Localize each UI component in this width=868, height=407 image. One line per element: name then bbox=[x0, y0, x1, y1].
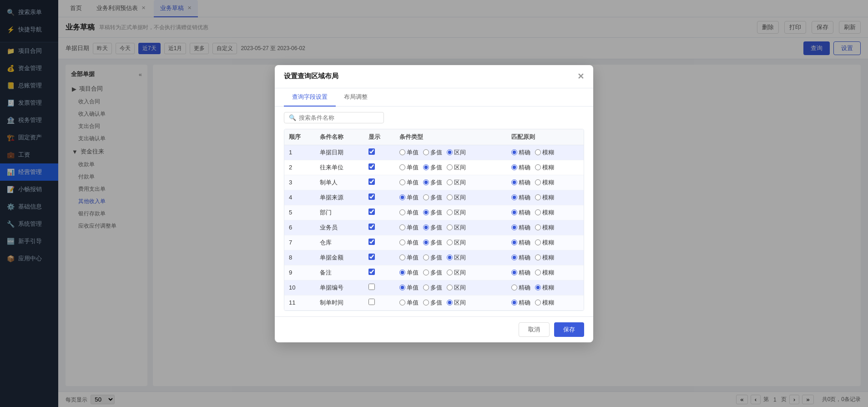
match-option-模糊[interactable]: 模糊 bbox=[535, 193, 554, 202]
radio-option-单值[interactable]: 单值 bbox=[399, 148, 419, 157]
cell-order: 10 bbox=[284, 280, 315, 295]
cell-name: 部门 bbox=[315, 205, 364, 220]
match-option-模糊[interactable]: 模糊 bbox=[535, 178, 554, 187]
modal-dialog: 设置查询区域布局 ✕ 查询字段设置 布局调整 🔍 bbox=[275, 65, 593, 342]
cell-show bbox=[364, 280, 395, 295]
radio-option-多值[interactable]: 多值 bbox=[423, 178, 442, 187]
match-option-模糊[interactable]: 模糊 bbox=[535, 209, 554, 217]
radio-option-单值[interactable]: 单值 bbox=[399, 254, 419, 262]
match-option-精确[interactable]: 精确 bbox=[511, 178, 530, 187]
radio-option-区间[interactable]: 区间 bbox=[447, 163, 466, 172]
match-option-模糊[interactable]: 模糊 bbox=[535, 284, 554, 292]
show-checkbox[interactable] bbox=[368, 284, 375, 290]
radio-option-多值[interactable]: 多值 bbox=[423, 269, 442, 277]
cell-condition-type: 单值多值区间 bbox=[395, 160, 507, 175]
show-checkbox[interactable] bbox=[368, 178, 375, 185]
cell-match-rule: 精确模糊 bbox=[507, 175, 584, 190]
cell-name: 仓库 bbox=[315, 235, 364, 250]
cell-match-rule: 精确模糊 bbox=[507, 250, 584, 265]
cell-show bbox=[364, 160, 395, 175]
radio-option-单值[interactable]: 单值 bbox=[399, 239, 419, 247]
table-row: 5部门单值多值区间精确模糊 bbox=[284, 205, 584, 220]
match-option-精确[interactable]: 精确 bbox=[511, 299, 530, 307]
cell-show bbox=[364, 175, 395, 190]
radio-option-单值[interactable]: 单值 bbox=[399, 209, 419, 217]
match-option-模糊[interactable]: 模糊 bbox=[535, 239, 554, 247]
match-option-模糊[interactable]: 模糊 bbox=[535, 269, 554, 277]
cell-condition-type: 单值多值区间 bbox=[395, 295, 507, 310]
radio-option-多值[interactable]: 多值 bbox=[423, 209, 442, 217]
match-option-精确[interactable]: 精确 bbox=[511, 224, 530, 232]
radio-option-多值[interactable]: 多值 bbox=[423, 284, 442, 292]
show-checkbox[interactable] bbox=[368, 148, 375, 155]
match-option-精确[interactable]: 精确 bbox=[511, 254, 530, 262]
show-checkbox[interactable] bbox=[368, 163, 375, 170]
show-checkbox[interactable] bbox=[368, 254, 375, 260]
radio-option-单值[interactable]: 单值 bbox=[399, 299, 419, 307]
modal-search-box: 🔍 bbox=[284, 112, 384, 123]
radio-option-单值[interactable]: 单值 bbox=[399, 193, 419, 202]
show-checkbox[interactable] bbox=[368, 209, 375, 215]
cell-condition-type: 单值多值区间 bbox=[395, 145, 507, 160]
show-checkbox[interactable] bbox=[368, 224, 375, 230]
cell-condition-type: 单值多值区间 bbox=[395, 265, 507, 280]
match-option-模糊[interactable]: 模糊 bbox=[535, 163, 554, 172]
modal-close-button[interactable]: ✕ bbox=[577, 71, 584, 81]
radio-option-单值[interactable]: 单值 bbox=[399, 163, 419, 172]
table-row: 4单据来源单值多值区间精确模糊 bbox=[284, 190, 584, 205]
radio-option-多值[interactable]: 多值 bbox=[423, 254, 442, 262]
cell-show bbox=[364, 145, 395, 160]
show-checkbox[interactable] bbox=[368, 269, 375, 275]
radio-option-单值[interactable]: 单值 bbox=[399, 178, 419, 187]
modal-tab-layout[interactable]: 布局调整 bbox=[336, 88, 376, 107]
cancel-button[interactable]: 取消 bbox=[519, 322, 550, 337]
cell-order: 5 bbox=[284, 205, 315, 220]
radio-option-区间[interactable]: 区间 bbox=[447, 209, 466, 217]
radio-option-区间[interactable]: 区间 bbox=[447, 193, 466, 202]
radio-option-多值[interactable]: 多值 bbox=[423, 299, 442, 307]
radio-option-多值[interactable]: 多值 bbox=[423, 224, 442, 232]
match-option-模糊[interactable]: 模糊 bbox=[535, 148, 554, 157]
modal-header: 设置查询区域布局 ✕ bbox=[275, 65, 593, 88]
radio-option-多值[interactable]: 多值 bbox=[423, 239, 442, 247]
radio-option-单值[interactable]: 单值 bbox=[399, 224, 419, 232]
show-checkbox[interactable] bbox=[368, 193, 375, 200]
match-option-模糊[interactable]: 模糊 bbox=[535, 299, 554, 307]
modal-tab-field-settings[interactable]: 查询字段设置 bbox=[284, 88, 336, 107]
match-option-精确[interactable]: 精确 bbox=[511, 269, 530, 277]
radio-option-区间[interactable]: 区间 bbox=[447, 239, 466, 247]
match-option-精确[interactable]: 精确 bbox=[511, 193, 530, 202]
match-option-精确[interactable]: 精确 bbox=[511, 148, 530, 157]
radio-option-多值[interactable]: 多值 bbox=[423, 163, 442, 172]
radio-option-区间[interactable]: 区间 bbox=[447, 299, 466, 307]
show-checkbox[interactable] bbox=[368, 239, 375, 245]
match-option-模糊[interactable]: 模糊 bbox=[535, 254, 554, 262]
cell-show bbox=[364, 190, 395, 205]
cell-order: 1 bbox=[284, 145, 315, 160]
table-row: 6业务员单值多值区间精确模糊 bbox=[284, 220, 584, 235]
radio-option-区间[interactable]: 区间 bbox=[447, 269, 466, 277]
radio-option-区间[interactable]: 区间 bbox=[447, 254, 466, 262]
radio-option-区间[interactable]: 区间 bbox=[447, 224, 466, 232]
table-row: 11制单时间单值多值区间精确模糊 bbox=[284, 295, 584, 310]
radio-option-单值[interactable]: 单值 bbox=[399, 269, 419, 277]
cell-match-rule: 精确模糊 bbox=[507, 220, 584, 235]
cell-order: 7 bbox=[284, 235, 315, 250]
radio-option-多值[interactable]: 多值 bbox=[423, 148, 442, 157]
cell-condition-type: 单值多值区间 bbox=[395, 190, 507, 205]
cell-show bbox=[364, 220, 395, 235]
radio-option-区间[interactable]: 区间 bbox=[447, 148, 466, 157]
cell-name: 往来单位 bbox=[315, 160, 364, 175]
modal-save-button[interactable]: 保存 bbox=[554, 322, 584, 337]
match-option-精确[interactable]: 精确 bbox=[511, 209, 530, 217]
match-option-精确[interactable]: 精确 bbox=[511, 239, 530, 247]
show-checkbox[interactable] bbox=[368, 299, 375, 305]
modal-search-input[interactable] bbox=[299, 114, 379, 121]
radio-option-区间[interactable]: 区间 bbox=[447, 178, 466, 187]
match-option-模糊[interactable]: 模糊 bbox=[535, 224, 554, 232]
radio-option-多值[interactable]: 多值 bbox=[423, 193, 442, 202]
match-option-精确[interactable]: 精确 bbox=[511, 163, 530, 172]
radio-option-区间[interactable]: 区间 bbox=[447, 284, 466, 292]
match-option-精确[interactable]: 精确 bbox=[511, 284, 530, 292]
radio-option-单值[interactable]: 单值 bbox=[399, 284, 419, 292]
